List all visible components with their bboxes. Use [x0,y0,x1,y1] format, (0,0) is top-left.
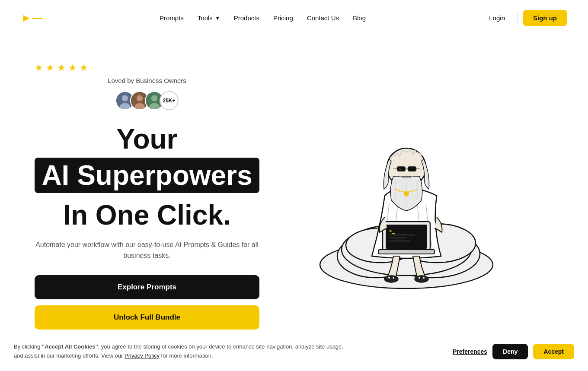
hero-left: ★ ★ ★ ★ ★ Loved by Business Owners [35,62,259,330]
svg-point-40 [404,192,409,196]
svg-line-32 [393,168,397,169]
svg-point-26 [419,277,420,279]
cookie-actions: Preferences Deny Accept [453,344,574,347]
cookie-text-prefix: By clicking [14,343,42,347]
nav-links: Prompts Tools ▼ Products Pricing Contact… [160,14,366,22]
star-rating: ★ ★ ★ ★ ★ [35,62,259,73]
hero-subtitle: Automate your workflow with our easy-to-… [35,239,259,261]
svg-rect-30 [408,166,416,171]
nav-tools-label: Tools [198,14,213,22]
hero-title-line1: Your [35,124,259,154]
nav-link-blog[interactable]: Blog [353,14,366,22]
svg-point-37 [407,149,410,151]
user-count-badge: 25K+ [160,91,179,110]
nav-link-products[interactable]: Products [234,14,259,22]
svg-point-25 [393,277,394,279]
svg-point-36 [401,150,403,153]
nav-tools-item[interactable]: Tools ▼ [198,14,220,22]
svg-point-1 [122,95,128,101]
hero-illustration-container: >_ [259,96,553,295]
svg-text:>_: >_ [399,168,403,171]
svg-rect-16 [378,250,435,254]
nav-link-pricing[interactable]: Pricing [273,14,293,22]
accept-button[interactable]: Accept [533,344,574,347]
svg-rect-20 [389,238,406,238]
svg-point-38 [414,150,416,153]
svg-point-7 [151,95,158,101]
hero-section: ★ ★ ★ ★ ★ Loved by Business Owners [0,36,588,347]
cookie-banner: By clicking "Accept All Cookies", you ag… [0,332,588,347]
svg-point-39 [419,153,422,156]
login-button[interactable]: Login [482,11,512,25]
logo[interactable]: ►— [21,11,43,25]
unlock-bundle-button[interactable]: Unlock Full Bundle [35,305,259,330]
cookie-accept-text: "Accept All Cookies" [42,343,98,347]
navbar: ►— Prompts Tools ▼ Products Pricing Cont… [0,0,588,36]
hero-highlight-container: AI Superpowers [35,158,259,197]
svg-point-27 [423,277,425,279]
hero-illustration: >_ [303,96,510,295]
nav-link-prompts[interactable]: Prompts [160,14,184,22]
deny-button[interactable]: Deny [492,344,528,347]
hero-highlight-text: AI Superpowers [35,158,259,193]
svg-point-4 [137,95,143,101]
nav-actions: Login Sign up [482,10,567,26]
user-avatars: 25K+ [35,91,259,110]
svg-rect-21 [389,241,411,241]
svg-rect-19 [389,235,415,235]
star-4: ★ [68,62,77,73]
svg-text:>_: >_ [389,228,395,234]
explore-prompts-button[interactable]: Explore Prompts [35,275,259,299]
svg-line-33 [416,168,420,169]
svg-point-22 [384,276,398,282]
loved-text: Loved by Business Owners [35,77,259,84]
nav-tools-dropdown[interactable]: Prompts [160,14,184,22]
hero-title-line2: In One Click. [35,200,259,230]
cookie-text: By clicking "Accept All Cookies", you ag… [14,342,351,347]
logo-icon: ►— [21,11,43,25]
chevron-down-icon: ▼ [215,16,220,21]
svg-point-24 [388,277,390,279]
signup-button[interactable]: Sign up [523,10,567,26]
nav-link-contact[interactable]: Contact Us [307,14,339,22]
star-5: ★ [80,62,88,73]
svg-point-35 [394,154,397,157]
star-3: ★ [57,62,66,73]
star-2: ★ [46,62,54,73]
star-1: ★ [35,62,43,73]
svg-point-23 [415,276,428,282]
nav-divider [517,12,518,24]
